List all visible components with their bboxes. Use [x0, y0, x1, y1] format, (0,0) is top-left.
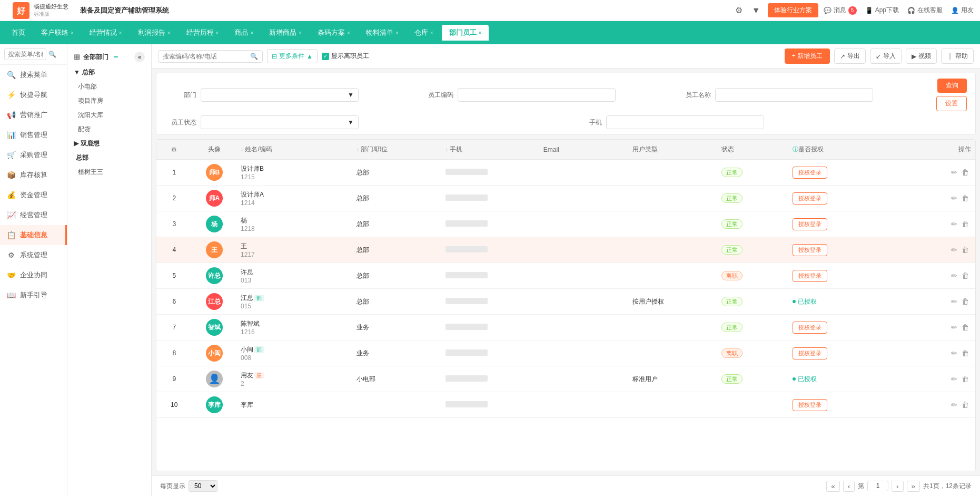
- sidebar-item-collab[interactable]: 🤝 企业协同: [0, 265, 67, 285]
- more-filter-btn[interactable]: ⊟ 更多条件 ▲: [267, 49, 318, 63]
- close-icon[interactable]: ×: [216, 30, 219, 36]
- dept-item-peihuo[interactable]: 配货: [67, 122, 151, 137]
- prev-page-btn[interactable]: ‹: [843, 481, 855, 492]
- set-button[interactable]: 设置: [936, 96, 967, 111]
- close-icon[interactable]: ×: [479, 30, 482, 36]
- help-button[interactable]: ｜ 帮助: [941, 48, 974, 64]
- delete-button[interactable]: 🗑: [959, 167, 971, 178]
- auth-login-button[interactable]: 授权登录: [793, 218, 827, 230]
- sidebar-search-input[interactable]: [4, 48, 46, 60]
- sidebar-item-quicknav[interactable]: ⚡ 快捷导航: [0, 85, 67, 105]
- edit-button[interactable]: ✏: [949, 270, 959, 281]
- emp-code-input[interactable]: [458, 88, 616, 102]
- dropdown-btn[interactable]: ▼: [750, 6, 763, 15]
- view-button[interactable]: ▶ 视频: [906, 48, 937, 64]
- edit-button[interactable]: ✏: [949, 167, 959, 178]
- next-page-btn[interactable]: ›: [892, 481, 903, 492]
- dept-item-shenyang[interactable]: 沈阳大库: [67, 108, 151, 122]
- edit-button[interactable]: ✏: [949, 348, 959, 358]
- tab-customer[interactable]: 客户联络 ×: [34, 25, 81, 41]
- tab-history[interactable]: 经营历程 ×: [179, 25, 226, 41]
- tab-dept-staff[interactable]: 部门员工 ×: [442, 25, 489, 41]
- add-employee-button[interactable]: + 新增员工: [785, 48, 830, 64]
- dept-group-shuanglu[interactable]: ▶双鹿想: [67, 137, 151, 151]
- edit-button[interactable]: ✏: [949, 193, 959, 203]
- dept-collapse-btn[interactable]: «: [134, 52, 145, 62]
- emp-name-input[interactable]: [715, 88, 873, 102]
- delete-button[interactable]: 🗑: [959, 219, 971, 229]
- dept-item-xmkf[interactable]: 项目库房: [67, 94, 151, 108]
- tab-goods[interactable]: 商品 ×: [227, 25, 261, 41]
- edit-button[interactable]: ✏: [949, 296, 959, 307]
- delete-button[interactable]: 🗑: [959, 270, 971, 281]
- auth-login-button[interactable]: 授权登录: [793, 322, 827, 334]
- th-name[interactable]: ↕ 姓名/编码: [236, 140, 352, 160]
- app-download-link[interactable]: 📱 App下载: [865, 6, 899, 15]
- auth-login-button[interactable]: 授权登录: [793, 244, 827, 256]
- sidebar-item-inventory[interactable]: 📦 库存核算: [0, 165, 67, 185]
- dept-group-zongbu[interactable]: ▼总部: [67, 65, 151, 80]
- sidebar-item-search[interactable]: 🔍 搜索菜单: [0, 65, 67, 85]
- auth-login-button[interactable]: 授权登录: [793, 192, 827, 205]
- edit-button[interactable]: ✏: [949, 374, 959, 384]
- dept-item-xiaodian[interactable]: 小电部: [67, 80, 151, 94]
- close-icon[interactable]: ×: [430, 30, 433, 36]
- query-button[interactable]: 查询: [937, 79, 967, 93]
- edit-button[interactable]: ✏: [949, 219, 959, 229]
- trial-button[interactable]: 体验行业方案: [768, 3, 818, 17]
- tab-operation[interactable]: 经营情况 ×: [82, 25, 130, 41]
- delete-button[interactable]: 🗑: [959, 193, 971, 203]
- tab-home[interactable]: 首页: [4, 25, 33, 41]
- close-icon[interactable]: ×: [395, 30, 399, 36]
- sidebar-item-mgmt[interactable]: 📈 经营管理: [0, 205, 67, 225]
- first-page-btn[interactable]: «: [826, 481, 839, 492]
- tab-profit[interactable]: 利润报告 ×: [131, 25, 178, 41]
- delete-button[interactable]: 🗑: [959, 296, 971, 307]
- sidebar-item-sales[interactable]: 📊 销售管理: [0, 125, 67, 145]
- per-page-select[interactable]: 50 100: [189, 480, 217, 492]
- auth-login-button[interactable]: 授权登录: [793, 347, 827, 359]
- sidebar-item-marketing[interactable]: 📢 营销推广: [0, 105, 67, 125]
- th-phone[interactable]: ↕ 手机: [441, 140, 539, 160]
- dept-group-zongbu2[interactable]: 总部: [67, 151, 151, 165]
- page-input[interactable]: [867, 481, 888, 491]
- tab-bom[interactable]: 物料清单 ×: [359, 25, 406, 41]
- phone-input[interactable]: [606, 115, 764, 129]
- search-input[interactable]: [163, 53, 247, 60]
- tab-barcode[interactable]: 条码方案 ×: [310, 25, 358, 41]
- close-icon[interactable]: ×: [167, 30, 171, 36]
- sidebar-item-system[interactable]: ⚙ 系统管理: [0, 245, 67, 265]
- close-icon[interactable]: ×: [250, 30, 253, 36]
- online-service-link[interactable]: 🎧 在线客服: [907, 6, 943, 15]
- close-icon[interactable]: ×: [71, 30, 74, 36]
- user-avatar[interactable]: 👤 用友: [951, 6, 974, 15]
- edit-button[interactable]: ✏: [949, 245, 959, 255]
- show-resigned-toggle[interactable]: ✓ 显示离职员工: [322, 52, 369, 61]
- th-settings[interactable]: ⚙: [156, 140, 192, 160]
- emp-status-select[interactable]: ▼: [201, 115, 359, 129]
- import-button[interactable]: ↙ 导入: [870, 48, 902, 64]
- sidebar-item-purchase[interactable]: 🛒 采购管理: [0, 145, 67, 165]
- delete-button[interactable]: 🗑: [959, 348, 971, 358]
- sidebar-item-finance[interactable]: 💰 资金管理: [0, 185, 67, 205]
- delete-button[interactable]: 🗑: [959, 374, 971, 384]
- auth-login-button[interactable]: 授权登录: [793, 270, 827, 282]
- dept-select[interactable]: ▼: [201, 88, 359, 102]
- last-page-btn[interactable]: »: [907, 481, 920, 492]
- delete-button[interactable]: 🗑: [959, 400, 971, 410]
- close-icon[interactable]: ×: [299, 30, 302, 36]
- delete-button[interactable]: 🗑: [959, 245, 971, 255]
- tab-warehouse[interactable]: 仓库 ×: [407, 25, 441, 41]
- tab-add-goods[interactable]: 新增商品 ×: [262, 25, 309, 41]
- sidebar-item-guide[interactable]: 📖 新手引导: [0, 285, 67, 305]
- dept-item-zhishu[interactable]: 植树王三: [67, 165, 151, 179]
- edit-button[interactable]: ✏: [949, 322, 959, 333]
- gear-button[interactable]: ⚙: [733, 5, 745, 15]
- sidebar-item-basic[interactable]: 📋 基础信息: [0, 225, 67, 245]
- export-button[interactable]: ↗ 导出: [834, 48, 866, 64]
- th-dept[interactable]: ↕ 部门/职位: [352, 140, 441, 160]
- close-icon[interactable]: ×: [347, 30, 350, 36]
- auth-login-button[interactable]: 授权登录: [793, 399, 827, 411]
- close-icon[interactable]: ×: [119, 30, 122, 36]
- edit-button[interactable]: ✏: [949, 400, 959, 410]
